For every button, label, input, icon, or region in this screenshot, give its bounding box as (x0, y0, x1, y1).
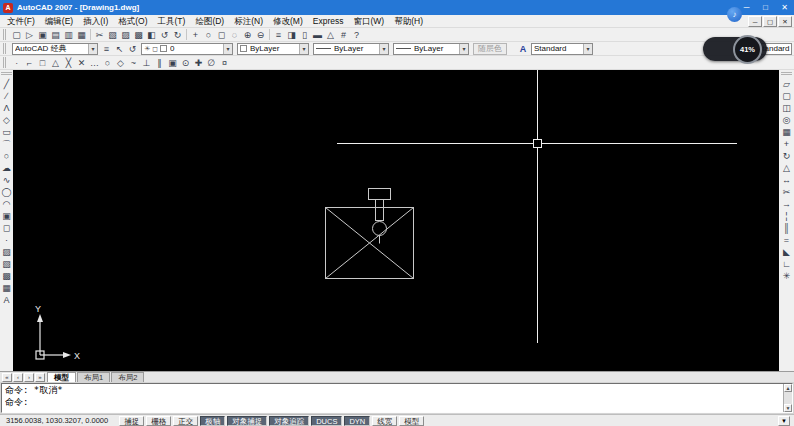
snap-from-icon[interactable]: ⌐ (23, 57, 36, 69)
layer-properties-manager-icon[interactable]: ≡ (100, 43, 113, 55)
table-icon[interactable]: ▦ (1, 282, 13, 294)
menu-item-draw[interactable]: 绘图(D) (190, 15, 229, 28)
break-icon[interactable]: ║ (781, 222, 793, 234)
publish-icon[interactable]: ▦ (75, 29, 88, 41)
erase-icon[interactable]: ▱ (781, 78, 793, 90)
close-button[interactable]: ✕ (775, 0, 794, 15)
status-toggle-polar[interactable]: 极轴 (200, 416, 225, 426)
make-object-layer-current-icon[interactable]: ↖ (113, 43, 126, 55)
pan-icon[interactable]: + (189, 29, 202, 41)
hatch-icon[interactable]: ▨ (1, 246, 13, 258)
fillet-icon[interactable]: ∟ (781, 258, 793, 270)
status-toggle-lineweight[interactable]: 线宽 (372, 416, 397, 426)
command-window[interactable]: 命令: *取消*命令: ▲ ▼ (1, 383, 793, 413)
plot-preview-icon[interactable]: ▥ (62, 29, 75, 41)
snap-intersection-icon[interactable]: ╳ (62, 57, 75, 69)
workspace-select[interactable]: AutoCAD 经典 ▾ (12, 43, 98, 55)
toolbar-drag-handle[interactable] (3, 29, 7, 40)
tab-layout2[interactable]: 布局2 (111, 372, 144, 382)
toolbar-drag-handle[interactable] (3, 43, 7, 54)
maximize-button[interactable]: □ (756, 0, 775, 15)
zoom-realtime-icon[interactable]: ○ (202, 29, 215, 41)
join-icon[interactable]: = (781, 234, 793, 246)
status-toggle-ortho[interactable]: 正交 (173, 416, 198, 426)
status-bar-menu-button[interactable]: ▼ (778, 416, 790, 426)
point-icon[interactable]: · (1, 234, 13, 246)
status-toggle-ducs[interactable]: DUCS (311, 416, 342, 426)
new-icon[interactable]: ▢ (10, 29, 23, 41)
status-toggle-otrack[interactable]: 对象追踪 (269, 416, 309, 426)
explode-icon[interactable]: ✳ (781, 270, 793, 282)
help-icon[interactable]: ? (350, 29, 363, 41)
menu-item-insert[interactable]: 插入(I) (78, 15, 113, 28)
ellipse-arc-icon[interactable]: ◠ (1, 198, 13, 210)
designcenter-icon[interactable]: ◨ (285, 29, 298, 41)
snap-center-icon[interactable]: ○ (101, 57, 114, 69)
document-restore-button[interactable]: ▢ (763, 16, 777, 27)
menu-item-express[interactable]: Express (308, 15, 349, 28)
snap-midpoint-icon[interactable]: △ (49, 57, 62, 69)
revision-cloud-icon[interactable]: ☁ (1, 162, 13, 174)
document-close-button[interactable]: ✕ (778, 16, 792, 27)
scale-icon[interactable]: △ (781, 162, 793, 174)
drawing-canvas[interactable]: Y X (13, 70, 779, 371)
toolbar-drag-handle[interactable] (1, 72, 12, 76)
osnap-settings-icon[interactable]: ¤ (218, 57, 231, 69)
menu-item-file[interactable]: 文件(F) (2, 15, 40, 28)
menu-item-format[interactable]: 格式(O) (113, 15, 152, 28)
scroll-down-icon[interactable]: ▼ (784, 404, 792, 412)
menu-item-help[interactable]: 帮助(H) (389, 15, 428, 28)
next-tab-button[interactable]: › (24, 373, 34, 382)
snap-nearest-icon[interactable]: ✚ (192, 57, 205, 69)
cut-icon[interactable]: ✂ (93, 29, 106, 41)
snap-parallel-icon[interactable]: ∥ (153, 57, 166, 69)
color-select[interactable]: ByLayer ▾ (237, 43, 309, 55)
spline-icon[interactable]: ∿ (1, 174, 13, 186)
construction-line-icon[interactable]: ∕ (1, 90, 13, 102)
layer-previous-icon[interactable]: ↺ (126, 43, 139, 55)
make-block-icon[interactable]: ◻ (1, 222, 13, 234)
snap-node-icon[interactable]: ⊙ (179, 57, 192, 69)
menu-item-dimension[interactable]: 标注(N) (229, 15, 268, 28)
status-toggle-model-space[interactable]: 模型 (399, 416, 424, 426)
plot-icon[interactable]: ▤ (49, 29, 62, 41)
recorder-battery-indicator[interactable]: 41% (733, 35, 762, 64)
rotate-icon[interactable]: ↻ (781, 150, 793, 162)
array-icon[interactable]: ▦ (781, 126, 793, 138)
stretch-icon[interactable]: ↔ (781, 174, 793, 186)
rectangle-icon[interactable]: ▭ (1, 126, 13, 138)
scroll-up-icon[interactable]: ▲ (784, 384, 792, 392)
status-toggle-snap[interactable]: 捕捉 (119, 416, 144, 426)
offset-icon[interactable]: ◎ (781, 114, 793, 126)
gradient-icon[interactable]: ▧ (1, 258, 13, 270)
line-icon[interactable]: ╱ (1, 78, 13, 90)
redo-icon[interactable]: ↻ (171, 29, 184, 41)
trim-icon[interactable]: ✂ (781, 186, 793, 198)
match-properties-icon[interactable]: ▩ (132, 29, 145, 41)
mirror-icon[interactable]: ◫ (781, 102, 793, 114)
lineweight-select[interactable]: ByLayer ▾ (393, 43, 469, 55)
status-toggle-grid[interactable]: 栅格 (146, 416, 171, 426)
last-tab-button[interactable]: » (35, 373, 45, 382)
text-style-select[interactable]: Standard ▾ (531, 43, 593, 55)
snap-apparent-intersection-icon[interactable]: ✕ (75, 57, 88, 69)
zoom-previous-icon[interactable]: ◌ (228, 29, 241, 41)
ellipse-icon[interactable]: ◯ (1, 186, 13, 198)
document-minimize-button[interactable]: ─ (748, 16, 762, 27)
sheet-set-manager-icon[interactable]: ▬ (311, 29, 324, 41)
extend-icon[interactable]: → (781, 198, 793, 210)
move-icon[interactable]: + (781, 138, 793, 150)
chamfer-icon[interactable]: ◣ (781, 246, 793, 258)
zoom-in-icon[interactable]: ⊕ (241, 29, 254, 41)
break-at-point-icon[interactable]: ¦ (781, 210, 793, 222)
linetype-select[interactable]: ByLayer ▾ (313, 43, 389, 55)
menu-item-modify[interactable]: 修改(M) (268, 15, 308, 28)
temporary-track-point-icon[interactable]: ∙ (10, 57, 23, 69)
markup-set-manager-icon[interactable]: △ (324, 29, 337, 41)
tool-palettes-icon[interactable]: ▯ (298, 29, 311, 41)
menu-item-window[interactable]: 窗口(W) (348, 15, 389, 28)
paste-icon[interactable]: ▨ (119, 29, 132, 41)
block-editor-icon[interactable]: ◧ (145, 29, 158, 41)
first-tab-button[interactable]: « (2, 373, 12, 382)
open-icon[interactable]: ▷ (23, 29, 36, 41)
